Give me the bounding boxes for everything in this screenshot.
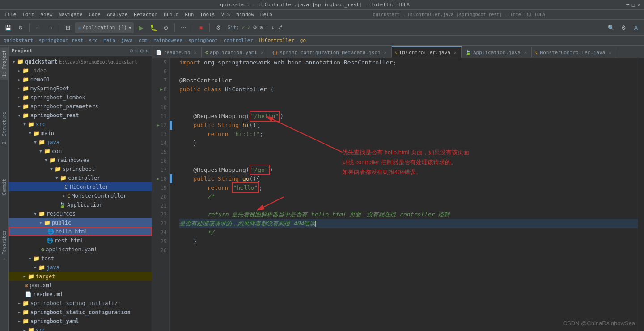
bc-java[interactable]: java	[121, 38, 133, 43]
tree-item-src2[interactable]: ► 📁 src	[9, 326, 152, 331]
git-check2[interactable]: ✓	[248, 25, 251, 30]
vtab-structure[interactable]: 2: Structure	[0, 109, 8, 147]
tree-item-src[interactable]: ▼ 📁 src	[9, 120, 152, 129]
menu-refactor[interactable]: Refactor	[131, 11, 160, 18]
bc-springboot[interactable]: springboot	[188, 38, 218, 43]
run-gutter-12[interactable]: ▶	[157, 121, 160, 130]
maximize-btn[interactable]: □	[632, 2, 635, 8]
git-clock[interactable]: ⟳	[253, 25, 257, 30]
right-scrollbar[interactable]	[638, 58, 644, 331]
project-close-icon[interactable]: ✕	[145, 47, 149, 54]
tree-item-readmemd[interactable]: 📄 readme.md	[9, 290, 152, 299]
tree-item-pomxml[interactable]: ⚙ pom.xml	[9, 281, 152, 290]
more-run-btn[interactable]: ⋯	[178, 22, 189, 33]
bc-src[interactable]: src	[89, 38, 98, 43]
run-btn[interactable]: ▶	[136, 22, 146, 33]
git-history[interactable]: ⊙	[260, 25, 263, 30]
project-settings-icon[interactable]: ⊕	[130, 47, 133, 54]
bc-hicontroller[interactable]: HiController	[259, 38, 294, 43]
coverage-btn[interactable]: ⊙	[161, 22, 171, 33]
translate-btn[interactable]: A	[631, 22, 641, 33]
run-gutter-18[interactable]: ▶	[157, 174, 160, 183]
tree-item-test[interactable]: ▼ 📁 test	[9, 254, 152, 263]
menu-code[interactable]: Code	[86, 11, 103, 18]
bc-springboot-rest[interactable]: springboot_rest	[39, 38, 83, 43]
tree-item-rainbowsea[interactable]: ▼ 📁 rainbowsea	[9, 156, 152, 165]
menu-window[interactable]: Window	[233, 11, 257, 18]
tree-item-resources[interactable]: ▼ 📁 resources	[9, 209, 152, 218]
menu-view[interactable]: View	[38, 11, 55, 18]
settings-btn[interactable]: ⚙	[618, 22, 629, 33]
sync-btn[interactable]: ↻	[15, 22, 26, 33]
git-branch[interactable]: ⎇	[277, 25, 283, 30]
close-yaml[interactable]: ✕	[261, 50, 263, 55]
bc-quickstart[interactable]: quickstart	[4, 38, 33, 43]
tree-item-myspringboot[interactable]: ► 📁 mySpringBoot	[9, 84, 152, 93]
tab-hicontroller[interactable]: C HiController.java ✕	[392, 46, 462, 58]
tree-item-springboot-pkg[interactable]: ▼ 📁 springboot	[9, 165, 152, 174]
tree-item-quickstart[interactable]: ▼ 📁 quickstart E:\Java\SpringBoot\quicks…	[9, 57, 152, 66]
tree-item-idea[interactable]: ► 📁 .idea	[9, 66, 152, 75]
menu-navigate[interactable]: Navigate	[56, 11, 85, 18]
tree-item-springboot-yaml[interactable]: ► 📁 springboot_yaml	[9, 317, 152, 326]
project-collapse-icon[interactable]: ≡	[135, 47, 139, 54]
git-pull[interactable]: ↓	[271, 25, 274, 30]
menu-run[interactable]: Run	[182, 11, 196, 18]
close-hicontroller[interactable]: ✕	[454, 50, 457, 55]
menu-vcs[interactable]: VCS	[218, 11, 233, 18]
tree-item-resthtml[interactable]: 🌐 rest.html	[9, 236, 152, 245]
close-btn[interactable]: ✕	[637, 2, 640, 8]
tree-item-application[interactable]: 🍃 Application	[9, 200, 152, 209]
git-check1[interactable]: ✓	[242, 25, 245, 30]
git-push[interactable]: ↑	[266, 25, 269, 30]
debug-btn[interactable]: 🐛	[148, 22, 159, 33]
tree-item-demo01[interactable]: ► 📁 demo01	[9, 75, 152, 84]
search-everywhere-btn[interactable]: 🔍	[606, 22, 616, 33]
code-content[interactable]: import org.springframework.web.bind.anno…	[172, 58, 638, 331]
tab-monstercontroller[interactable]: C MonsterController.java ✕	[532, 46, 616, 58]
tree-item-com[interactable]: ▼ 📁 com	[9, 147, 152, 156]
menu-tools[interactable]: Tools	[197, 11, 217, 18]
tree-item-hicontroller[interactable]: C HiController	[9, 182, 152, 191]
save-btn[interactable]: 💾	[3, 22, 13, 33]
tree-item-main[interactable]: ▼ 📁 main	[9, 129, 152, 138]
tree-item-springboot-lombok[interactable]: ► 📁 springboot_lombok	[9, 93, 152, 102]
maven-btn[interactable]: ⚙	[213, 22, 224, 33]
tree-item-target[interactable]: ► 📁 target	[9, 272, 152, 281]
tab-appyaml[interactable]: ⚙ application.yaml ✕	[202, 46, 269, 58]
close-readme[interactable]: ✕	[194, 50, 197, 55]
tree-item-testjava[interactable]: ► 📁 java	[9, 263, 152, 272]
close-appjava[interactable]: ✕	[524, 50, 527, 55]
tree-item-hellohtml[interactable]: 🌐 hello.html	[9, 227, 152, 236]
close-json[interactable]: ✕	[384, 50, 387, 55]
run-gutter-8[interactable]: ▶	[160, 85, 163, 94]
tree-item-springboot-parameters[interactable]: ► 📁 springboot_parameters	[9, 102, 152, 111]
tree-item-monstercontroller[interactable]: ► C MonsterController	[9, 191, 152, 200]
tree-item-static-config[interactable]: ► 📁 springboot_static_configuration	[9, 308, 152, 317]
minimize-btn[interactable]: ─	[626, 2, 629, 8]
tab-springmeta[interactable]: {} spring-configuration-metadata.json ✕	[268, 46, 391, 58]
tree-item-public[interactable]: ▼ 📁 public	[9, 218, 152, 227]
vtab-project[interactable]: 1: Project	[0, 47, 8, 80]
recent-files-btn[interactable]: ⊞	[63, 22, 73, 33]
tree-item-appyaml[interactable]: ⚙ application.yaml	[9, 245, 152, 254]
menu-help[interactable]: Help	[258, 11, 275, 18]
menu-build[interactable]: Build	[161, 11, 181, 18]
bc-com[interactable]: com	[139, 38, 148, 43]
vtab-favorites[interactable]: ☆ Favorites	[0, 228, 8, 265]
run-config[interactable]: ☕ Application (1) ▼	[75, 22, 134, 33]
stop-btn[interactable]: ■	[195, 22, 206, 33]
tree-item-controller-pkg[interactable]: ▼ 📁 controller	[9, 174, 152, 182]
menu-analyze[interactable]: Analyze	[104, 11, 130, 18]
tab-appjava[interactable]: 🍃 Application.java ✕	[462, 46, 532, 58]
bc-go[interactable]: go	[300, 38, 306, 43]
tab-readmemd[interactable]: 📄 readme.md ✕	[152, 46, 202, 58]
tree-item-java[interactable]: ▼ 📁 java	[9, 138, 152, 147]
forward-btn[interactable]: →	[45, 22, 56, 33]
close-monstercontroller[interactable]: ✕	[609, 50, 611, 55]
bc-rainbowsea[interactable]: rainbowsea	[153, 38, 182, 43]
tree-item-spring-initializr[interactable]: ► 📁 springboot_spring_initializr	[9, 299, 152, 308]
bc-controller[interactable]: controller	[224, 38, 253, 43]
bc-main[interactable]: main	[103, 38, 115, 43]
project-gear-icon[interactable]: ⚙	[140, 47, 144, 54]
